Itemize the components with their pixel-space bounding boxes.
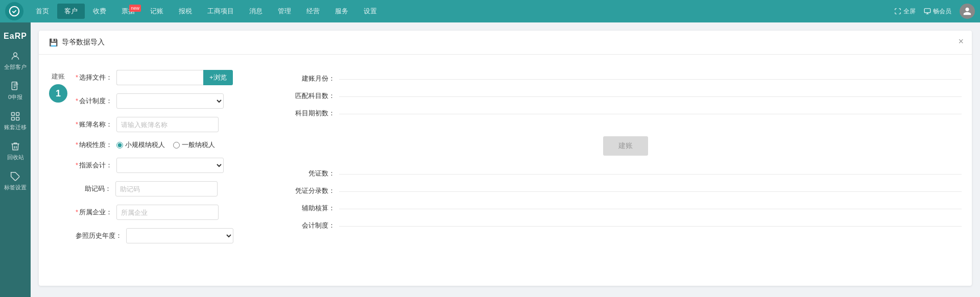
subject-init-row: 科目期初数： [289,109,962,118]
content-area: 💾 导爷数据导入 × 建账 1 [31,22,980,297]
info-section: 建账月份： 匹配科目数： 科目期初数： 建账 [289,70,962,243]
ledger-name-input[interactable] [116,117,219,132]
memo-input[interactable] [115,181,218,196]
tax-type-label: *纳税性质： [76,140,112,150]
accounting-system-select[interactable] [116,93,224,109]
ref-year-select[interactable] [126,228,233,243]
aux-accounting-label: 辅助核算： [289,204,335,213]
tax-small-radio-input[interactable] [116,142,123,148]
nav-item-收费[interactable]: 收费 [86,4,113,19]
info-accounting-system-value [339,225,962,227]
member-btn[interactable]: 畅会员 [924,7,951,16]
accounting-system-row: *会计制度： [76,93,269,109]
sidebar-item-tags[interactable]: 标签设置 [1,167,30,195]
match-subjects-label: 匹配科目数： [289,91,335,101]
ref-year-row: 参照历史年度： [76,228,269,243]
trash-icon [10,141,20,152]
subject-init-value [339,113,962,114]
tax-general-radio-input[interactable] [173,142,180,148]
voucher-entries-value [339,190,962,192]
step-text: 建账 [52,72,65,81]
sidebar-logo: EaRP [4,28,27,45]
sidebar-item-declare[interactable]: 0申报 [1,77,30,105]
nav-item-客户[interactable]: 客户 [57,4,85,19]
match-subjects-row: 匹配科目数： [289,91,962,101]
nav-item-消息[interactable]: 消息 [242,4,270,19]
avatar[interactable] [960,4,975,19]
nav-item-报税[interactable]: 报税 [172,4,199,19]
fullscreen-btn[interactable]: 全屏 [894,7,916,16]
nav-item-工商项目[interactable]: 工商项目 [200,4,241,19]
panel-title: 导爷数据导入 [62,38,105,47]
file-row: *选择文件： +浏览 [76,70,269,85]
owner-enterprise-input[interactable] [116,205,219,220]
nav-item-首页[interactable]: 首页 [29,4,56,19]
panel: 💾 导爷数据导入 × 建账 1 [39,31,972,286]
nav-right: 全屏 畅会员 [894,4,975,19]
tax-general-radio[interactable]: 一般纳税人 [173,140,215,150]
nav-item-服务[interactable]: 服务 [328,4,355,19]
ledger-name-row: *账簿名称： [76,117,269,132]
voucher-entries-label: 凭证分录数： [289,186,335,195]
sidebar-label-trash: 回收站 [7,154,24,161]
owner-enterprise-row: *所属企业： [76,205,269,220]
sidebar-item-transfer[interactable]: 账套迁移 [1,107,30,135]
match-subjects-value [339,95,962,97]
svg-rect-5 [12,117,15,120]
nav-item-管理[interactable]: 管理 [271,4,298,19]
tax-small-label: 小规模纳税人 [125,140,165,150]
logo[interactable] [5,2,23,20]
tax-type-row: *纳税性质： 小规模纳税人 一般纳税人 [76,140,269,150]
tax-small-radio[interactable]: 小规模纳税人 [116,140,165,150]
build-month-label: 建账月份： [289,74,335,83]
tax-general-label: 一般纳税人 [182,140,215,150]
nav-item-设置[interactable]: 设置 [356,4,384,19]
step-circle: 1 [49,84,67,103]
assign-accountant-row: *指派会计： [76,158,269,173]
voucher-entries-row: 凭证分录数： [289,186,962,195]
fullscreen-label: 全屏 [903,7,916,16]
member-label: 畅会员 [933,7,951,16]
file-label: *选择文件： [76,73,112,82]
sidebar-item-trash[interactable]: 回收站 [1,137,30,165]
import-icon: 💾 [49,38,58,46]
main-layout: EaRP 全部客户 0申报 账套迁移 回收站 标签设置 💾 导爷数据导入 [0,22,980,297]
info-accounting-system-row: 会计制度： [289,221,962,230]
memo-row: 助记码： [76,181,269,196]
step-section: 建账 1 *选择文件： +浏览 [49,70,269,243]
nav-items: 首页客户收费票据new记账报税工商项目消息管理经营服务设置 [29,4,894,19]
svg-point-1 [14,53,17,56]
assign-accountant-select[interactable] [116,158,224,173]
step-label: 建账 1 [49,70,67,103]
vouchers-value [339,173,962,175]
panel-close-button[interactable]: × [958,37,964,46]
panel-header: 💾 导爷数据导入 [39,31,972,55]
owner-enterprise-label: *所属企业： [76,208,112,217]
tag-icon [10,171,20,182]
file-text-input[interactable] [116,70,203,85]
vouchers-label: 凭证数： [289,169,335,178]
sidebar-label-all-clients: 全部客户 [4,63,27,71]
nav-item-记账[interactable]: 记账 [143,4,171,19]
aux-accounting-value [339,208,962,209]
nav-badge-new: new [129,5,141,12]
sidebar: EaRP 全部客户 0申报 账套迁移 回收站 标签设置 [0,22,31,297]
sidebar-label-transfer: 账套迁移 [4,123,27,131]
browse-button[interactable]: +浏览 [203,70,233,85]
ledger-name-label: *账簿名称： [76,120,112,129]
svg-rect-0 [924,9,930,13]
svg-rect-6 [16,117,19,120]
form-container: 建账 1 *选择文件： +浏览 [39,55,972,254]
tax-type-radio-group: 小规模纳税人 一般纳税人 [116,140,215,150]
sidebar-item-all-clients[interactable]: 全部客户 [1,47,30,75]
nav-item-经营[interactable]: 经营 [299,4,327,19]
vouchers-row: 凭证数： [289,169,962,178]
sidebar-label-declare: 0申报 [8,93,22,101]
transfer-icon [10,111,20,121]
sidebar-label-tags: 标签设置 [4,184,27,191]
nav-item-票据[interactable]: 票据new [114,4,142,19]
subject-init-label: 科目期初数： [289,109,335,118]
assign-accountant-label: *指派会计： [76,161,112,170]
file-icon [10,81,20,91]
build-account-button[interactable]: 建账 [603,136,648,156]
